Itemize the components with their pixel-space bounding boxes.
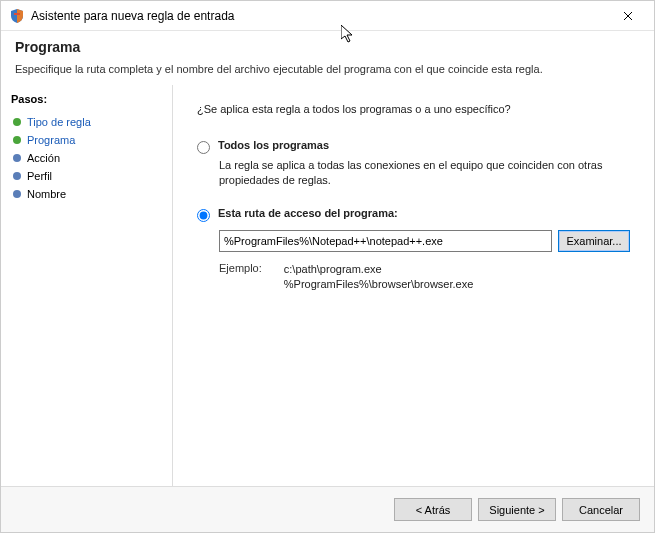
- example-label: Ejemplo:: [219, 262, 262, 293]
- step-label: Acción: [27, 152, 60, 164]
- radio-program-path[interactable]: [197, 209, 210, 222]
- radio-all-programs[interactable]: [197, 141, 210, 154]
- step-bullet-icon: [13, 118, 21, 126]
- cancel-button[interactable]: Cancelar: [562, 498, 640, 521]
- wizard-header: Programa Especifique la ruta completa y …: [1, 31, 654, 85]
- steps-sidebar: Pasos: Tipo de regla Programa Acción Per…: [1, 85, 173, 488]
- option-program-path[interactable]: Esta ruta de acceso del programa:: [197, 207, 630, 222]
- option-all-label: Todos los programas: [218, 139, 329, 151]
- step-nombre[interactable]: Nombre: [11, 185, 162, 203]
- step-perfil[interactable]: Perfil: [11, 167, 162, 185]
- example-text: c:\path\program.exe %ProgramFiles%\brows…: [284, 262, 474, 293]
- program-path-input[interactable]: [219, 230, 552, 252]
- option-all-programs[interactable]: Todos los programas: [197, 139, 630, 154]
- step-label: Nombre: [27, 188, 66, 200]
- step-bullet-icon: [13, 172, 21, 180]
- step-bullet-icon: [13, 136, 21, 144]
- step-accion[interactable]: Acción: [11, 149, 162, 167]
- back-button[interactable]: < Atrás: [394, 498, 472, 521]
- option-path-label: Esta ruta de acceso del programa:: [218, 207, 398, 219]
- titlebar: Asistente para nueva regla de entrada: [1, 1, 654, 31]
- content-question: ¿Se aplica esta regla a todos los progra…: [197, 103, 630, 115]
- next-button[interactable]: Siguiente >: [478, 498, 556, 521]
- step-bullet-icon: [13, 154, 21, 162]
- step-bullet-icon: [13, 190, 21, 198]
- option-all-description: La regla se aplica a todas las conexione…: [219, 158, 630, 189]
- step-tipo-de-regla[interactable]: Tipo de regla: [11, 113, 162, 131]
- step-label: Perfil: [27, 170, 52, 182]
- step-label: Programa: [27, 134, 75, 146]
- browse-button[interactable]: Examinar...: [558, 230, 630, 252]
- page-description: Especifique la ruta completa y el nombre…: [15, 63, 640, 75]
- firewall-shield-icon: [9, 8, 25, 24]
- step-label: Tipo de regla: [27, 116, 91, 128]
- wizard-body: Pasos: Tipo de regla Programa Acción Per…: [1, 85, 654, 488]
- window-title: Asistente para nueva regla de entrada: [31, 9, 605, 23]
- close-button[interactable]: [605, 1, 650, 31]
- close-icon: [623, 11, 633, 21]
- step-programa[interactable]: Programa: [11, 131, 162, 149]
- wizard-content: ¿Se aplica esta regla a todos los progra…: [173, 85, 654, 488]
- page-title: Programa: [15, 39, 640, 55]
- wizard-footer: < Atrás Siguiente > Cancelar: [1, 486, 654, 532]
- svg-rect-0: [14, 13, 20, 15]
- steps-title: Pasos:: [11, 93, 162, 105]
